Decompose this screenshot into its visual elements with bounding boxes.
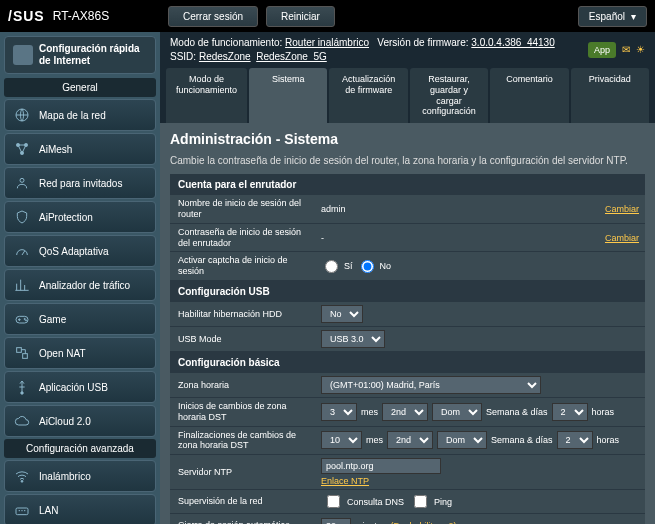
ntp-link[interactable]: Enlace NTP bbox=[321, 476, 369, 486]
quick-internet-setup[interactable]: Configuración rápida de Internet bbox=[4, 36, 156, 74]
usb-icon bbox=[13, 378, 31, 396]
section-usb-header: Configuración USB bbox=[170, 281, 645, 302]
nav-guest-network[interactable]: Red para invitados bbox=[4, 167, 156, 199]
svg-rect-12 bbox=[16, 508, 28, 515]
light-icon[interactable]: ☀ bbox=[636, 43, 645, 57]
captcha-label: Activar captcha de inicio de sesión bbox=[170, 255, 315, 277]
nav-game[interactable]: Game bbox=[4, 303, 156, 335]
dst-end-label: Finalizaciones de cambios de zona horari… bbox=[170, 430, 315, 452]
autologout-hint: (Deshabilitar : 0) bbox=[391, 521, 457, 524]
nav-wireless[interactable]: Inalámbrico bbox=[4, 460, 156, 492]
captcha-no-radio[interactable] bbox=[361, 260, 374, 273]
nav-qos[interactable]: QoS Adaptativa bbox=[4, 235, 156, 267]
logout-button[interactable]: Cerrar sesión bbox=[168, 6, 258, 27]
language-selector[interactable]: Español▾ bbox=[578, 6, 647, 27]
admin-tabs: Modo de funcionamiento Sistema Actualiza… bbox=[160, 68, 655, 123]
header-logo: /SUS RT-AX86S bbox=[0, 0, 160, 32]
netmon-label: Supervisión de la red bbox=[170, 496, 315, 507]
nav-aimesh[interactable]: AiMesh bbox=[4, 133, 156, 165]
dst-end-week[interactable]: 2nd bbox=[387, 431, 433, 449]
dst-end-hour[interactable]: 2 bbox=[557, 431, 593, 449]
globe-icon bbox=[13, 106, 31, 124]
section-advanced-header: Configuración avanzada bbox=[4, 439, 156, 458]
tab-operation-mode[interactable]: Modo de funcionamiento bbox=[166, 68, 247, 123]
nav-traffic-analyzer[interactable]: Analizador de tráfico bbox=[4, 269, 156, 301]
status-info-bar: Modo de funcionamiento: Router inalámbri… bbox=[160, 32, 655, 68]
tab-firmware[interactable]: Actualización de firmware bbox=[329, 68, 407, 123]
svg-point-4 bbox=[20, 178, 24, 182]
login-name-label: Nombre de inicio de sesión del router bbox=[170, 198, 315, 220]
nav-aiprotection[interactable]: AiProtection bbox=[4, 201, 156, 233]
ssid-5-link[interactable]: RedesZone_5G bbox=[256, 51, 327, 62]
dst-end-day[interactable]: Dom bbox=[437, 431, 487, 449]
dns-query-checkbox[interactable] bbox=[327, 495, 340, 508]
svg-point-11 bbox=[21, 480, 23, 482]
captcha-yes-radio[interactable] bbox=[325, 260, 338, 273]
nav-open-nat[interactable]: Open NAT bbox=[4, 337, 156, 369]
wifi-icon bbox=[13, 467, 31, 485]
password-value: - bbox=[321, 233, 324, 243]
brand-logo: /SUS bbox=[8, 8, 45, 24]
chart-icon bbox=[13, 276, 31, 294]
gamepad-icon bbox=[13, 310, 31, 328]
mesh-icon bbox=[13, 140, 31, 158]
hdd-hibernate-label: Habilitar hibernación HDD bbox=[170, 309, 315, 320]
section-general-header: General bbox=[4, 78, 156, 97]
app-badge[interactable]: App bbox=[588, 42, 616, 59]
ssid-24-link[interactable]: RedesZone bbox=[199, 51, 251, 62]
nav-lan[interactable]: LAN bbox=[4, 494, 156, 524]
login-name-value: admin bbox=[321, 204, 346, 214]
autologout-label: Cierre de sesión automático bbox=[170, 520, 315, 524]
firmware-version-link[interactable]: 3.0.0.4.386_44130 bbox=[471, 37, 554, 48]
page-title: Administración - Sistema bbox=[170, 131, 645, 147]
change-login-link[interactable]: Cambiar bbox=[605, 204, 639, 214]
gauge-icon bbox=[13, 242, 31, 260]
page-description: Cambie la contraseña de inicio de sesión… bbox=[170, 155, 645, 166]
autologout-input[interactable] bbox=[321, 518, 351, 524]
ntp-server-input[interactable] bbox=[321, 458, 441, 474]
dst-start-month[interactable]: 3 bbox=[321, 403, 357, 421]
tab-restore[interactable]: Restaurar, guardar y cargar configuració… bbox=[410, 68, 488, 123]
ntp-server-label: Servidor NTP bbox=[170, 467, 315, 478]
hdd-hibernate-select[interactable]: No bbox=[321, 305, 363, 323]
tab-privacy[interactable]: Privacidad bbox=[571, 68, 649, 123]
top-bar: Cerrar sesión Reiniciar Español▾ bbox=[160, 0, 655, 32]
timezone-label: Zona horaria bbox=[170, 380, 315, 391]
reboot-button[interactable]: Reiniciar bbox=[266, 6, 335, 27]
chevron-down-icon: ▾ bbox=[631, 11, 636, 22]
wifi-guest-icon bbox=[13, 174, 31, 192]
nat-icon bbox=[13, 344, 31, 362]
usb-mode-label: USB Mode bbox=[170, 334, 315, 345]
nav-aicloud[interactable]: AiCloud 2.0 bbox=[4, 405, 156, 437]
section-basic-header: Configuración básica bbox=[170, 352, 645, 373]
svg-rect-8 bbox=[17, 348, 22, 353]
lan-icon bbox=[13, 501, 31, 519]
shield-icon bbox=[13, 208, 31, 226]
dst-start-day[interactable]: Dom bbox=[432, 403, 482, 421]
dst-start-week[interactable]: 2nd bbox=[382, 403, 428, 421]
tab-feedback[interactable]: Comentario bbox=[490, 68, 568, 123]
tab-system[interactable]: Sistema bbox=[249, 68, 327, 123]
notification-icon[interactable]: ✉ bbox=[622, 43, 630, 57]
model-name: RT-AX86S bbox=[53, 9, 109, 23]
dst-start-hour[interactable]: 2 bbox=[552, 403, 588, 421]
quick-setup-label: Configuración rápida de Internet bbox=[39, 43, 147, 67]
operation-mode-link[interactable]: Router inalámbrico bbox=[285, 37, 369, 48]
svg-rect-9 bbox=[23, 354, 28, 359]
gear-network-icon bbox=[13, 45, 33, 65]
nav-network-map[interactable]: Mapa de la red bbox=[4, 99, 156, 131]
section-account-header: Cuenta para el enrutador bbox=[170, 174, 645, 195]
cloud-icon bbox=[13, 412, 31, 430]
svg-point-10 bbox=[21, 392, 24, 395]
dst-start-label: Inicios de cambios de zona horaria DST bbox=[170, 401, 315, 423]
usb-mode-select[interactable]: USB 3.0 bbox=[321, 330, 385, 348]
change-password-link[interactable]: Cambiar bbox=[605, 233, 639, 243]
nav-usb-application[interactable]: Aplicación USB bbox=[4, 371, 156, 403]
password-label: Contraseña de inicio de sesión del enrut… bbox=[170, 227, 315, 249]
svg-point-6 bbox=[24, 318, 25, 319]
svg-point-7 bbox=[25, 320, 26, 321]
dst-end-month[interactable]: 10 bbox=[321, 431, 362, 449]
timezone-select[interactable]: (GMT+01:00) Madrid, París bbox=[321, 376, 541, 394]
ping-checkbox[interactable] bbox=[414, 495, 427, 508]
